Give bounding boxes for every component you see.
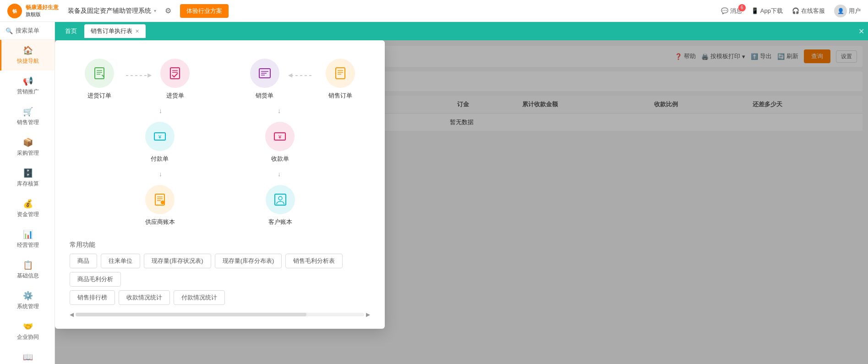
func-btn-payment-stats[interactable]: 付款情况统计 <box>174 290 225 305</box>
flow-item-receipt[interactable]: ¥ 收款单 <box>262 114 298 170</box>
func-btn-stock-dist[interactable]: 现存量(库存分布表) <box>215 254 282 268</box>
flow-item-purchase-order[interactable]: 进货订单 <box>81 51 118 107</box>
customer-ledger-label: 客户账本 <box>268 218 292 226</box>
common-title: 常用功能 <box>70 241 370 249</box>
flow-item-customer-ledger[interactable]: 客户账本 <box>262 178 299 234</box>
sidebar-item-marketing[interactable]: 📢 营销推广 <box>0 71 55 101</box>
settings-icon[interactable]: ⚙ <box>162 5 175 17</box>
basic-info-icon: 📋 <box>23 260 33 270</box>
sidebar-item-basic-info[interactable]: 📋 基础信息 <box>0 255 55 285</box>
header-right: 💬 消息 6 📱 App下载 🎧 在线客服 👤 用户 <box>721 5 861 17</box>
flow-item-payment[interactable]: ¥ 付款单 <box>142 114 178 170</box>
sidebar: 🔍 搜索菜单 🏠 快捷导航 📢 营销推广 🛒 销售管理 📦 采购管理 🗄️ 库存… <box>0 22 55 364</box>
logo-area: 畅 畅康通好生意 旗舰版 <box>7 4 62 18</box>
sales-bill-label: 销货单 <box>256 92 273 100</box>
purchase-bill-label: 进货单 <box>166 92 184 100</box>
func-btn-stock-status[interactable]: 现存量(库存状况表) <box>144 254 211 268</box>
logo-icon: 畅 <box>7 4 22 18</box>
svg-point-27 <box>278 196 282 200</box>
system-title-text: 装备及固定资产辅助管理系统 <box>68 7 151 15</box>
arrow-down-pb: ↓ <box>146 107 175 114</box>
receipt-circle: ¥ <box>265 122 295 151</box>
quick-nav-icon: 🏠 <box>23 45 33 55</box>
func-btn-sales-profit[interactable]: 销售毛利分析表 <box>285 254 343 268</box>
purchase-order-label: 进货订单 <box>87 92 111 100</box>
popup-overlay[interactable]: 进货订单 ▶ <box>55 40 868 364</box>
flow-item-sales-order[interactable]: 销售订单 <box>322 51 359 107</box>
sales-order-label: 销售订单 <box>328 92 352 100</box>
home-tab-label: 首页 <box>65 27 77 35</box>
user-avatar: 👤 <box>834 5 847 17</box>
receipt-label: 收款单 <box>271 155 289 163</box>
spacer-po <box>90 107 120 114</box>
svg-rect-2 <box>95 68 104 79</box>
sidebar-item-system[interactable]: ⚙️ 系统管理 <box>0 285 55 316</box>
sidebar-item-label-marketing: 营销推广 <box>17 88 39 96</box>
sidebar-item-label-basic-info: 基础信息 <box>17 272 39 280</box>
logo-line1: 畅康通好生意 <box>26 4 59 11</box>
scroll-right-arrow[interactable]: ▶ <box>366 311 370 318</box>
payment-circle: ¥ <box>145 122 175 151</box>
user-button[interactable]: 👤 用户 <box>834 5 861 17</box>
content-area: 首页 销售订单执行表 ✕ ✕ ❓ 帮助 🖨️ 按模板打印 ▾ <box>55 22 868 364</box>
tab-sales-order-exec[interactable]: 销售订单执行表 ✕ <box>84 24 146 38</box>
sidebar-item-label-purchase: 采购管理 <box>17 149 39 157</box>
search-menu[interactable]: 🔍 搜索菜单 <box>0 22 55 40</box>
sidebar-item-guide[interactable]: 📖 新手引导 <box>0 347 55 364</box>
system-dropdown-icon[interactable]: ▾ <box>154 8 156 13</box>
common-functions: 常用功能 商品 往来单位 现存量(库存状况表) 现存量(库存分布表) 销售毛利分… <box>70 241 370 305</box>
spacer6 <box>90 170 120 178</box>
experience-button[interactable]: 体验行业方案 <box>180 4 229 18</box>
svg-rect-13 <box>336 68 345 79</box>
user-label: 用户 <box>849 7 861 15</box>
search-icon: 🔍 <box>5 27 13 34</box>
flow-item-purchase-bill[interactable]: 进货单 <box>157 51 193 107</box>
guide-icon: 📖 <box>23 352 33 362</box>
cooperation-icon: 🤝 <box>23 321 33 331</box>
svg-text:畅: 畅 <box>12 9 17 14</box>
scroll-thumb[interactable] <box>76 313 306 316</box>
purchase-icon: 📦 <box>23 137 33 147</box>
purchase-bill-circle <box>160 59 190 88</box>
scroll-left-arrow[interactable]: ◀ <box>70 311 74 318</box>
popup-box: 进货订单 ▶ <box>55 40 385 329</box>
scroll-track <box>76 313 364 316</box>
app-download-button[interactable]: 📱 App下载 <box>751 7 783 15</box>
sidebar-item-label-cooperation: 企业协同 <box>17 333 39 341</box>
message-button[interactable]: 💬 消息 6 <box>721 7 742 15</box>
sidebar-item-quick-nav[interactable]: 🏠 快捷导航 <box>0 40 55 71</box>
func-btn-product-profit[interactable]: 商品毛利分析 <box>70 272 121 287</box>
func-btn-product[interactable]: 商品 <box>70 254 97 268</box>
arrow-down-sb: ↓ <box>265 107 294 114</box>
online-service-button[interactable]: 🎧 在线客服 <box>792 7 825 15</box>
func-buttons: 商品 往来单位 现存量(库存状况表) 现存量(库存分布表) 销售毛利分析表 商品… <box>70 254 370 287</box>
sidebar-item-purchase[interactable]: 📦 采购管理 <box>0 132 55 163</box>
sidebar-item-sales[interactable]: 🛒 销售管理 <box>0 101 55 132</box>
svg-text:¥: ¥ <box>158 134 162 140</box>
sidebar-item-operations[interactable]: 📊 经营管理 <box>0 224 55 255</box>
sidebar-item-label-quick-nav: 快捷导航 <box>17 57 39 65</box>
arrow-down-pay: ↓ <box>146 170 175 178</box>
flow-item-supplier-ledger[interactable]: 供应商账本 <box>142 178 179 234</box>
arrow-po-to-pb: ▶ <box>126 75 149 76</box>
close-all-tabs-icon[interactable]: ✕ <box>858 27 864 36</box>
arrow-down-rec: ↓ <box>265 170 294 178</box>
sidebar-item-finance[interactable]: 💰 资金管理 <box>0 193 55 224</box>
sidebar-item-label-system: 系统管理 <box>17 303 39 310</box>
main-layout: 🔍 搜索菜单 🏠 快捷导航 📢 营销推广 🛒 销售管理 📦 采购管理 🗄️ 库存… <box>0 22 868 364</box>
tab-close-icon[interactable]: ✕ <box>135 28 139 34</box>
func-btn-sales-rank[interactable]: 销售排行榜 <box>70 290 115 305</box>
svg-point-25 <box>161 201 164 204</box>
sidebar-item-cooperation[interactable]: 🤝 企业协同 <box>0 316 55 347</box>
app-download-label: App下载 <box>760 7 783 15</box>
func-btn-partner[interactable]: 往来单位 <box>101 254 140 268</box>
func-btn-receipt-stats[interactable]: 收款情况统计 <box>119 290 170 305</box>
flow-item-sales-bill[interactable]: 销货单 <box>246 51 283 107</box>
sidebar-item-inventory[interactable]: 🗄️ 库存核算 <box>0 163 55 193</box>
svg-rect-6 <box>170 68 180 79</box>
sidebar-item-label-operations: 经营管理 <box>17 241 39 249</box>
finance-icon: 💰 <box>23 199 33 209</box>
sidebar-item-label-finance: 资金管理 <box>17 211 39 218</box>
func-buttons-row2: 销售排行榜 收款情况统计 付款情况统计 <box>70 290 370 305</box>
tab-home[interactable]: 首页 <box>59 24 83 38</box>
